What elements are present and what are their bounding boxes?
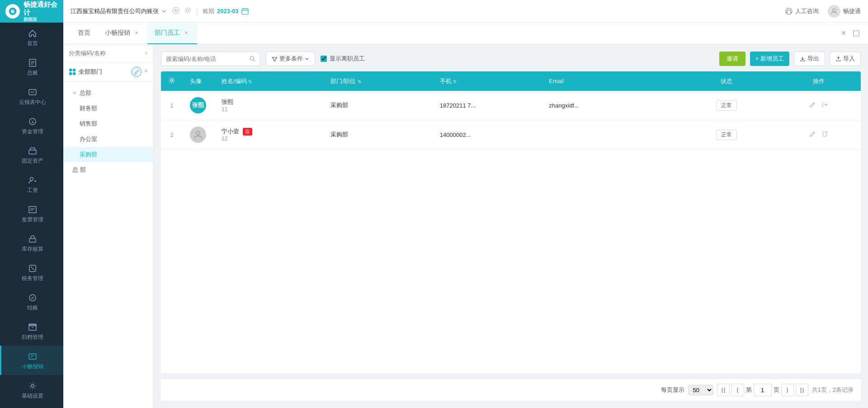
show-resigned-text: 显示离职员工 <box>330 55 365 63</box>
divider <box>197 7 197 16</box>
ledger-icon <box>28 58 37 67</box>
per-page-select[interactable]: 50 10 20 100 <box>688 385 713 395</box>
sidebar-item-home[interactable]: 首页 <box>0 23 63 52</box>
cell-actions <box>777 120 861 150</box>
last-page-btn[interactable]: ⟩⟩ <box>796 384 808 396</box>
maximize-window-btn[interactable] <box>852 29 861 38</box>
dept-node-label: 采购部 <box>80 150 97 159</box>
close-window-btn[interactable]: × <box>839 29 848 38</box>
dept-node-bangong[interactable]: 办公室 <box>63 131 153 147</box>
sidebar-item-assets[interactable]: 固定资产 <box>0 140 63 169</box>
filter-btn[interactable]: 更多条件 <box>266 52 315 66</box>
sidebar-item-tax[interactable]: 税务管理 <box>0 258 63 287</box>
sidebar-item-archive[interactable]: 归档管理 <box>0 316 63 346</box>
add-employee-label: + 新增员工 <box>755 55 784 63</box>
sidebar-item-inventory[interactable]: 库存核算 <box>0 228 63 258</box>
avatar <box>828 5 840 18</box>
svg-point-50 <box>171 80 173 82</box>
edit-employee-btn[interactable] <box>809 101 816 109</box>
edit-employee-btn[interactable] <box>809 131 816 139</box>
inventory-icon <box>28 234 37 244</box>
sidebar-label-reports: 云报表中心 <box>19 98 46 106</box>
employee-table: 头像 姓名/编码 ⇅ 部门/职位 ⇅ 手机 <box>161 71 861 150</box>
refresh-icon <box>821 131 828 137</box>
home-icon <box>28 29 37 38</box>
edit-dept-btn[interactable] <box>132 67 142 77</box>
add-account-btn[interactable] <box>172 7 179 15</box>
tab-dept[interactable]: 部门员工 × <box>147 23 197 44</box>
sidebar-item-payroll[interactable]: 工资 <box>0 169 63 199</box>
dept-node-label: 总部 <box>80 89 91 97</box>
pagination: 每页显示 50 10 20 100 ⟨⟨ ⟨ 第 页 ⟩ ⟩⟩ <box>161 379 861 401</box>
add-employee-btn[interactable]: + 新增员工 <box>750 52 789 66</box>
all-dept-label[interactable]: 全部部门 <box>69 68 102 76</box>
sidebar-item-settings[interactable]: 基础设置 <box>0 375 63 404</box>
sidebar-label-invoice: 发票管理 <box>22 216 43 224</box>
invite-btn[interactable]: 邀请 <box>719 52 745 66</box>
sidebar-label-home: 首页 <box>27 40 38 47</box>
dept-tree: 总部 财务部 销售部 办公室 采购部 总 部 <box>63 82 153 181</box>
main-layout: 首页 总账 云报表中心 ¥ 资金管理 固定资产 工资 发票管理 <box>0 23 868 408</box>
svg-rect-35 <box>29 354 36 359</box>
dept-search-icon[interactable] <box>145 50 148 56</box>
export-btn[interactable]: 导出 <box>794 52 825 66</box>
svg-point-29 <box>31 267 32 267</box>
th-phone[interactable]: 手机 ⇅ <box>433 71 542 91</box>
dept-node-zongbu[interactable]: 总部 <box>63 85 153 101</box>
th-name-label: 姓名/编码 <box>222 78 247 84</box>
close-expense-tab[interactable]: × <box>133 29 140 37</box>
page-input[interactable] <box>754 384 772 396</box>
delete-employee-btn[interactable] <box>821 131 828 139</box>
import-btn[interactable]: 导入 <box>830 52 861 66</box>
svg-rect-26 <box>29 239 36 242</box>
tab-expense[interactable]: 小畅报销 × <box>98 23 147 44</box>
show-resigned-checkbox[interactable] <box>321 56 327 62</box>
dept-node-zongbu2[interactable]: 总 部 <box>63 162 153 178</box>
settings-icon[interactable] <box>184 7 191 15</box>
sidebar-item-finance[interactable]: ¥ 资金管理 <box>0 111 63 140</box>
th-dept[interactable]: 部门/职位 ⇅ <box>323 71 432 91</box>
collapse-dept-btn[interactable]: « <box>144 67 148 77</box>
dept-node-caiwu[interactable]: 财务部 <box>63 101 153 116</box>
company-selector[interactable]: 江西服宝精品有限责任公司内账张 <box>71 7 167 15</box>
user-menu[interactable]: 畅捷通 <box>828 5 861 18</box>
dept-search-input[interactable] <box>69 50 145 56</box>
page-content: 全部部门 « 总部 财务部 <box>63 44 868 408</box>
prev-page-btn[interactable]: ⟨ <box>731 384 744 396</box>
cell-phone: 14000002... <box>433 120 542 150</box>
cell-avatar <box>183 120 214 150</box>
th-settings[interactable] <box>161 71 183 91</box>
tabs-bar: 首页 小畅报销 × 部门员工 × × <box>63 23 868 44</box>
sidebar-item-closing[interactable]: 结账 <box>0 287 63 316</box>
per-page-label: 每页显示 <box>661 386 684 394</box>
export-icon <box>800 56 806 62</box>
show-resigned-label[interactable]: 显示离职员工 <box>321 55 365 63</box>
sidebar-label-assets: 固定资产 <box>22 157 43 165</box>
close-dept-tab[interactable]: × <box>183 29 190 37</box>
tab-home[interactable]: 首页 <box>71 23 98 44</box>
cell-no: 1 <box>161 91 183 120</box>
search-icon[interactable] <box>249 56 255 62</box>
page-suffix: 页 <box>774 386 779 394</box>
next-page-btn[interactable]: ⟩ <box>781 384 794 396</box>
service-btn[interactable]: 人工咨询 <box>785 7 819 15</box>
sidebar-label-expense: 小畅报销 <box>22 363 43 370</box>
dept-node-xiaoshou[interactable]: 销售部 <box>63 116 153 131</box>
chevron-down-filter-icon <box>305 56 309 61</box>
sidebar-item-guide[interactable]: 新手引导 <box>0 404 63 408</box>
logout-employee-btn[interactable] <box>821 101 828 109</box>
dept-header-actions: « <box>132 67 148 77</box>
sidebar-item-ledger[interactable]: 总账 <box>0 52 63 81</box>
sidebar-item-expense[interactable]: 小畅报销 <box>0 346 63 375</box>
sidebar-item-reports[interactable]: 云报表中心 <box>0 81 63 111</box>
employee-search-input[interactable] <box>166 56 246 62</box>
period-selector[interactable]: 账期 2023-03 <box>203 7 249 15</box>
th-name[interactable]: 姓名/编码 ⇅ <box>214 71 323 91</box>
employee-panel: 更多条件 显示离职员工 邀请 + 新增员工 导出 <box>154 44 868 408</box>
dept-node-caigou[interactable]: 采购部 <box>63 147 153 162</box>
avatar-circle: 张熙 <box>190 97 206 113</box>
sidebar-item-invoice[interactable]: 发票管理 <box>0 199 63 228</box>
first-page-btn[interactable]: ⟨⟨ <box>717 384 730 396</box>
status-badge: 正常 <box>716 130 737 140</box>
employee-name: 宁小壹 <box>222 127 239 136</box>
